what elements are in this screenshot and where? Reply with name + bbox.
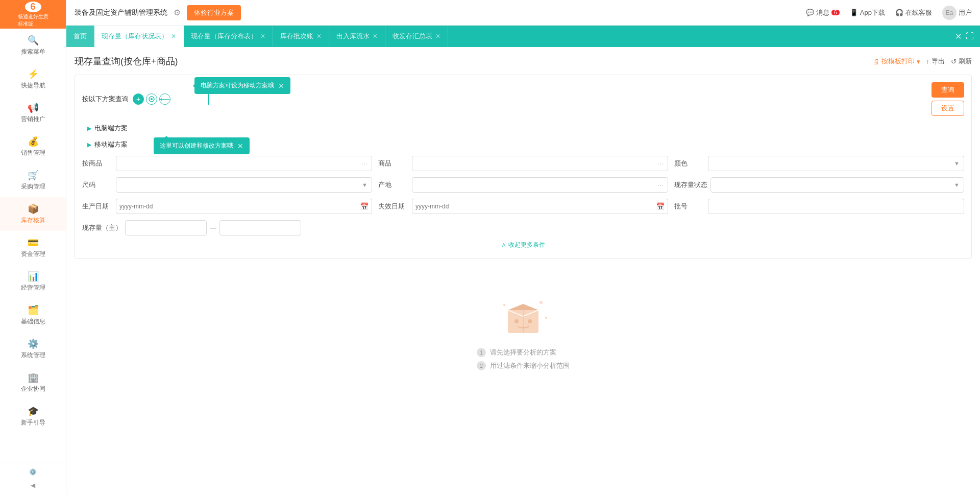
prod-date-start-wrap[interactable]: 📅 xyxy=(116,199,372,214)
size-select[interactable]: ▼ xyxy=(116,177,372,193)
warehouse-dots[interactable]: ··· xyxy=(361,159,368,168)
prod-date-calendar-icon[interactable]: 📅 xyxy=(360,202,369,210)
back-scheme-btn[interactable]: ⟵ xyxy=(159,93,170,105)
origin-select[interactable]: ··· xyxy=(412,177,668,193)
tab-inout-close[interactable]: ✕ xyxy=(373,33,378,40)
stock-status-arrow: ▼ xyxy=(954,182,960,188)
tabbar-expand[interactable]: ⛶ xyxy=(966,32,974,41)
tab-receive-send-close[interactable]: ✕ xyxy=(435,33,440,40)
sidebar-item-quick-nav-label: 快捷导航 xyxy=(21,81,45,90)
query-button[interactable]: 查询 xyxy=(932,82,964,98)
collapse-more[interactable]: ∧ 收起更多条件 xyxy=(82,235,964,251)
warehouse-select[interactable]: ··· xyxy=(116,156,372,171)
expiry-date-calendar-icon[interactable]: 📅 xyxy=(656,202,665,210)
phone-icon: 📱 xyxy=(850,9,858,16)
query-buttons: 查询 设置 xyxy=(927,82,964,116)
filter-field-size: 尺码 ▼ xyxy=(82,177,372,193)
export-action[interactable]: ↑ 导出 xyxy=(926,57,945,66)
sidebar-item-marketing[interactable]: 📢 营销推广 xyxy=(0,96,66,130)
tooltip-create-text: 这里可以创建和修改方案哦 xyxy=(160,142,233,150)
header-settings-icon[interactable]: ⚙ xyxy=(174,8,181,17)
tab-receive-send[interactable]: 收发存汇总表 ✕ xyxy=(385,26,448,47)
settings-icon: ⚙️ xyxy=(29,468,37,476)
collapse-label: 收起更多条件 xyxy=(508,241,545,248)
tip-num-1: 1 xyxy=(477,348,486,357)
expiry-date-start-wrap[interactable]: 📅 xyxy=(412,199,668,214)
scheme-item-pc[interactable]: ▶ 电脑端方案 xyxy=(87,122,964,134)
goods-select[interactable]: ··· xyxy=(412,156,668,171)
tab-stock-dist[interactable]: 现存量（库存分布表） ✕ xyxy=(184,26,273,47)
sidebar-item-system[interactable]: ⚙️ 系统管理 xyxy=(0,332,66,366)
filter-field-prod-date: 生产日期 📅 xyxy=(82,199,372,214)
prod-date-start-input[interactable] xyxy=(119,203,358,210)
filter-field-stock-status: 现存量状态 ▼ xyxy=(674,177,964,193)
empty-tip-2: 2 用过滤条件来缩小分析范围 xyxy=(477,361,570,370)
color-arrow: ▼ xyxy=(954,160,960,167)
svg-marker-3 xyxy=(508,304,538,310)
goods-dots[interactable]: ··· xyxy=(657,159,664,168)
stock-main-end-input[interactable] xyxy=(219,220,301,235)
refresh-action[interactable]: ↺ 刷新 xyxy=(951,57,972,66)
tooltip-create-scheme: 这里可以创建和修改方案哦 ✕ xyxy=(154,137,250,154)
stock-main-label: 现存量（主） xyxy=(82,223,122,232)
header-right: 💬 消息 6 📱 App下载 🎧 在线客服 Ea 用户 xyxy=(806,6,972,20)
sidebar-item-finance[interactable]: 💳 资金管理 xyxy=(0,231,66,265)
stock-main-start-input[interactable] xyxy=(125,220,207,235)
stock-status-select[interactable]: ▼ xyxy=(710,177,964,193)
message-item[interactable]: 💬 消息 6 xyxy=(806,8,840,17)
tab-inout-label: 出入库流水 xyxy=(336,32,370,41)
filter-field-color: 颜色 ▼ xyxy=(674,156,964,171)
color-label: 颜色 xyxy=(674,159,705,168)
user-item[interactable]: Ea 用户 xyxy=(942,6,972,20)
print-action[interactable]: 🖨 按模板打印 ▾ xyxy=(873,57,920,66)
sidebar-settings-btn[interactable]: ⚙️ xyxy=(29,468,37,476)
filter-field-stock-main: 现存量（主） — xyxy=(82,220,964,235)
scheme-mobile-name: 移动端方案 xyxy=(94,140,128,149)
page-title-row: 现存量查询(按仓库+商品) 🖨 按模板打印 ▾ ↑ 导出 ↺ 刷新 xyxy=(75,55,972,67)
empty-state: 1 请先选择要分析的方案 2 用过滤条件来缩小分析范围 xyxy=(75,259,972,391)
sidebar-item-enterprise[interactable]: 🏢 企业协同 xyxy=(0,366,66,399)
experience-button[interactable]: 体验行业方案 xyxy=(187,5,241,20)
sidebar-item-guide[interactable]: 🎓 新手引导 xyxy=(0,399,66,433)
collapse-icon: ◀ xyxy=(31,482,35,489)
sidebar-item-stock[interactable]: 📦 库存核算 xyxy=(0,197,66,231)
color-select[interactable]: ▼ xyxy=(708,156,964,171)
goods-label: 商品 xyxy=(378,159,409,168)
quick-nav-icon: ⚡ xyxy=(28,68,39,80)
avatar: Ea xyxy=(942,6,957,20)
tab-stock-dist-close[interactable]: ✕ xyxy=(260,33,265,40)
batch-input[interactable] xyxy=(708,199,964,214)
search-icon: 🔍 xyxy=(28,35,39,46)
origin-dots[interactable]: ··· xyxy=(657,181,664,189)
sidebar-collapse-btn[interactable]: ◀ xyxy=(31,482,35,489)
tab-stock-status[interactable]: 现存量（库存状况表） ✕ xyxy=(94,26,184,47)
sidebar-item-purchase[interactable]: 🛒 采购管理 xyxy=(0,163,66,197)
tab-inout[interactable]: 出入库流水 ✕ xyxy=(329,26,385,47)
empty-tip-1: 1 请先选择要分析的方案 xyxy=(477,348,570,357)
sidebar-item-quick-nav[interactable]: ⚡ 快捷导航 xyxy=(0,62,66,96)
page-content: 现存量查询(按仓库+商品) 🖨 按模板打印 ▾ ↑ 导出 ↺ 刷新 xyxy=(66,47,980,495)
app-download-item[interactable]: 📱 App下载 xyxy=(850,8,885,17)
tab-home[interactable]: 首页 xyxy=(66,26,94,47)
tooltip-pc-close[interactable]: ✕ xyxy=(278,82,284,90)
expiry-date-start-input[interactable] xyxy=(415,203,654,210)
tab-stock-batch-close[interactable]: ✕ xyxy=(316,33,322,40)
tooltip-create-close[interactable]: ✕ xyxy=(237,142,243,150)
edit-scheme-btn[interactable] xyxy=(146,93,157,105)
sidebar-item-operation[interactable]: 📊 经营管理 xyxy=(0,265,66,298)
sidebar-item-sales[interactable]: 💰 销售管理 xyxy=(0,130,66,163)
tab-stock-status-close[interactable]: ✕ xyxy=(171,33,176,40)
add-scheme-btn[interactable]: + xyxy=(133,93,144,105)
sidebar-item-search[interactable]: 🔍 搜索菜单 xyxy=(0,29,66,62)
filter-row-1: 按商品 ··· 商品 ··· xyxy=(82,156,964,171)
size-label: 尺码 xyxy=(82,180,113,190)
sidebar-item-basic[interactable]: 🗂️ 基础信息 xyxy=(0,298,66,332)
message-icon: 💬 xyxy=(806,9,814,16)
edit-icon xyxy=(149,96,155,102)
settings-button[interactable]: 设置 xyxy=(932,101,964,116)
tab-stock-batch[interactable]: 库存批次账 ✕ xyxy=(273,26,329,47)
tabbar-close-all[interactable]: ✕ xyxy=(955,32,962,41)
online-support-item[interactable]: 🎧 在线客服 xyxy=(895,8,932,17)
purchase-icon: 🛒 xyxy=(28,170,39,181)
tab-stock-status-label: 现存量（库存状况表） xyxy=(102,32,168,41)
